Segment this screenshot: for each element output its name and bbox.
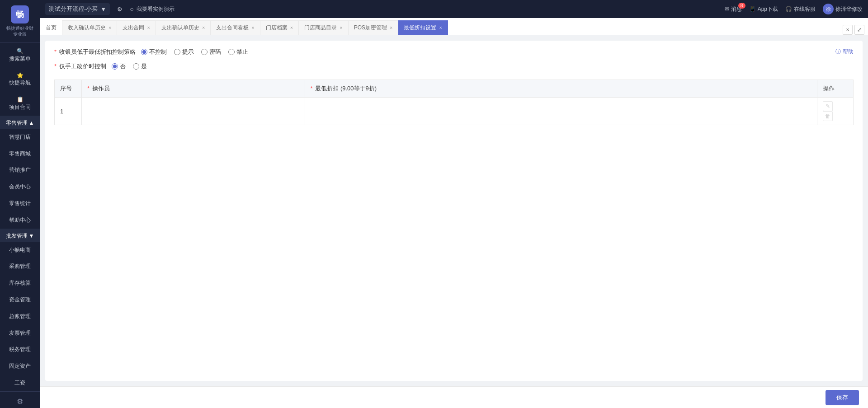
discount-control-label: * 收银员低于最低折扣控制策略 — [54, 48, 136, 56]
tabs-close-btn[interactable]: × — [843, 25, 853, 35]
user-avatar: 徐 — [823, 4, 834, 14]
sidebar-item-purchase-mgmt[interactable]: 采购管理 — [0, 258, 40, 275]
message-icon: ✉ — [725, 6, 729, 12]
sidebar-item-project-contract[interactable]: 📋项目合同 — [0, 91, 40, 116]
topbar-right: ✉ 消息 8 📱 App下载 🎧 在线客服 徐 徐泽华修改 — [725, 4, 863, 14]
user-avatar-area[interactable]: 徐 徐泽华修改 — [823, 4, 863, 14]
cell-seq: 1 — [55, 98, 82, 125]
tab-home[interactable]: 首页 — [40, 20, 62, 35]
tab-store-product-catalog[interactable]: 门店商品目录 × — [299, 20, 348, 35]
tab-close-store-product-catalog[interactable]: × — [340, 25, 342, 30]
project-selector[interactable]: 测试分开流程-小买 ▼ — [45, 3, 110, 15]
messages-badge: 8 — [738, 3, 745, 9]
manual-price-label: * 仅手工改价时控制 — [54, 62, 106, 70]
sidebar-item-help-center[interactable]: 帮助中心 — [0, 212, 40, 229]
sidebar-item-fixed-assets[interactable]: 固定资产 — [0, 358, 40, 375]
sidebar-bottom: ⚙ — [0, 391, 40, 408]
messages-btn[interactable]: ✉ 消息 8 — [725, 5, 742, 13]
sidebar-item-retail-mall[interactable]: 零售商城 — [0, 145, 40, 162]
help-icon: ⓘ — [835, 48, 841, 56]
phone-icon: 📱 — [749, 6, 756, 12]
action-edit-btn[interactable]: ✎ — [823, 101, 833, 111]
tab-min-discount[interactable]: 最低折扣设置 × — [398, 20, 448, 35]
col-header-action: 操作 — [817, 80, 854, 98]
tab-pos-password[interactable]: POS加密管理 × — [349, 20, 399, 35]
sidebar-item-marketing[interactable]: 营销推广 — [0, 162, 40, 178]
topbar: 测试分开流程-小买 ▼ ⚙ ○ 我要看实例演示 ✉ 消息 8 📱 App下载 🎧… — [40, 0, 868, 18]
tabs-actions: × ⤢ — [839, 25, 868, 35]
app-download-btn[interactable]: 📱 App下载 — [749, 5, 778, 13]
topbar-gear-icon: ⚙ — [117, 6, 123, 13]
headphone-icon: 🎧 — [785, 6, 792, 12]
radio-prompt[interactable]: 提示 — [174, 48, 194, 56]
tab-income-history[interactable]: 收入确认单历史 × — [62, 20, 117, 35]
customer-service-label: 在线客服 — [794, 5, 816, 13]
tab-close-payment-contract-board[interactable]: × — [251, 25, 254, 30]
col-header-seq: 序号 — [55, 80, 82, 98]
save-button[interactable]: 保存 — [826, 390, 859, 405]
settings-btn[interactable]: ⚙ — [115, 6, 124, 13]
customer-service-btn[interactable]: 🎧 在线客服 — [785, 5, 816, 13]
help-link[interactable]: ⓘ 帮助 — [835, 48, 854, 56]
sidebar-item-quick-nav[interactable]: ⭐快捷导航 — [0, 67, 40, 92]
tab-store-file[interactable]: 门店档案 × — [260, 20, 299, 35]
radio-password[interactable]: 密码 — [201, 48, 221, 56]
footer-bar: 保存 — [40, 386, 868, 408]
app-logo-text: 畅捷通好业财专业版 — [6, 25, 33, 37]
col-header-discount: * 最低折扣 (9.00等于9折) — [305, 80, 817, 98]
demo-link[interactable]: ○ 我要看实例演示 — [130, 5, 174, 13]
project-dropdown-icon: ▼ — [100, 6, 106, 13]
sidebar-item-retail-stats[interactable]: 零售统计 — [0, 195, 40, 212]
cell-operator — [82, 98, 305, 125]
demo-icon: ○ — [130, 5, 133, 13]
sidebar-item-tax-mgmt[interactable]: 税务管理 — [0, 341, 40, 358]
tab-payment-contract-board[interactable]: 支出合同看板 × — [211, 20, 260, 35]
sidebar-item-search[interactable]: 🔍搜索菜单 — [0, 43, 40, 67]
content-card: ⓘ 帮助 * 收银员低于最低折扣控制策略 不控制 — [45, 41, 863, 381]
tab-close-pos-password[interactable]: × — [390, 25, 392, 30]
tabs-bar: 首页 收入确认单历史 × 支出合同 × 支出确认单历史 × 支出合同看板 × 门… — [40, 18, 868, 35]
sidebar-item-smart-store[interactable]: 智慧门店 — [0, 129, 40, 145]
tab-close-payment-contract[interactable]: × — [147, 25, 150, 30]
tab-close-income-history[interactable]: × — [108, 25, 111, 30]
table-row: 1 ✎ 🗑 — [55, 98, 854, 125]
cell-action: ✎ 🗑 — [817, 98, 854, 125]
action-delete-btn[interactable]: 🗑 — [823, 111, 833, 121]
radio-forbid[interactable]: 禁止 — [228, 48, 248, 56]
app-logo-icon: 畅 — [11, 5, 29, 23]
user-name: 徐泽华修改 — [835, 5, 863, 13]
sidebar-item-member-center[interactable]: 会员中心 — [0, 178, 40, 195]
sidebar-item-invoice-mgmt[interactable]: 发票管理 — [0, 325, 40, 342]
tab-close-min-discount[interactable]: × — [439, 25, 442, 30]
cell-discount — [305, 98, 817, 125]
app-download-label: App下载 — [758, 5, 778, 13]
project-name: 测试分开流程-小买 — [49, 5, 98, 13]
form-row-manual-price: * 仅手工改价时控制 否 是 — [54, 62, 854, 70]
sidebar-item-ecommerce[interactable]: 小畅电商 — [0, 242, 40, 258]
settings-icon[interactable]: ⚙ — [17, 397, 23, 406]
sidebar-logo: 畅 畅捷通好业财专业版 — [0, 0, 40, 43]
sidebar-item-wholesale-mgmt[interactable]: 批发管理▼ — [0, 229, 40, 242]
sidebar-item-ledger-mgmt[interactable]: 总账管理 — [0, 308, 40, 325]
sidebar-item-fund-mgmt[interactable]: 资金管理 — [0, 291, 40, 308]
radio-yes[interactable]: 是 — [133, 62, 147, 70]
discount-control-options: 不控制 提示 密码 禁止 — [141, 48, 248, 56]
col-header-operator: * 操作员 — [82, 80, 305, 98]
tab-payment-confirm-history[interactable]: 支出确认单历史 × — [156, 20, 211, 35]
tab-payment-contract[interactable]: 支出合同 × — [117, 20, 156, 35]
sidebar-item-inventory[interactable]: 库存核算 — [0, 275, 40, 291]
demo-text: 我要看实例演示 — [137, 5, 175, 13]
sidebar-item-retail-mgmt[interactable]: 零售管理▲ — [0, 116, 40, 129]
radio-no[interactable]: 否 — [112, 62, 126, 70]
form-row-discount-control: * 收银员低于最低折扣控制策略 不控制 提示 — [54, 48, 854, 56]
tabs-expand-btn[interactable]: ⤢ — [854, 25, 864, 35]
main-area: 测试分开流程-小买 ▼ ⚙ ○ 我要看实例演示 ✉ 消息 8 📱 App下载 🎧… — [40, 0, 868, 408]
radio-no-control[interactable]: 不控制 — [141, 48, 167, 56]
help-label: 帮助 — [843, 48, 854, 56]
manual-price-options: 否 是 — [112, 62, 147, 70]
sidebar-item-payroll[interactable]: 工资 — [0, 375, 40, 391]
discount-table: 序号 * 操作员 * 最低折扣 (9.00等于9折) 操作 — [54, 80, 854, 125]
tab-close-store-file[interactable]: × — [290, 25, 293, 30]
tab-close-payment-confirm-history[interactable]: × — [202, 25, 205, 30]
table-header-row: 序号 * 操作员 * 最低折扣 (9.00等于9折) 操作 — [55, 80, 854, 98]
